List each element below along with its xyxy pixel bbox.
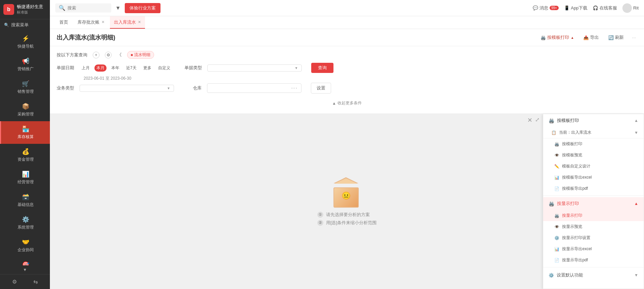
empty-state: 😐 ① 请先选择要分析的方案 ② 用[选]条件来缩小分析范围 [317, 177, 377, 226]
tip2-text: 用[选]条件来缩小分析范围 [326, 220, 377, 226]
current-label: 当前：出入库流水 [559, 130, 591, 135]
app-download-label: App下载 [571, 5, 587, 11]
date-shortcut-more[interactable]: 更多 [141, 64, 153, 72]
template-print-btn[interactable]: 🖨️ 按模板打印 ▲ [538, 33, 577, 42]
doc-type-input[interactable]: ▼ [207, 64, 302, 72]
empty-tip-2: ② 用[选]条件来缩小分析范围 [317, 220, 377, 226]
date-shortcut-this-month[interactable]: 本月 [94, 64, 107, 72]
template-excel-item[interactable]: 📊 按模板导出excel [543, 172, 644, 183]
settings-gear-icon[interactable]: ▼ [115, 5, 121, 11]
industry-btn[interactable]: 体验行业方案 [125, 3, 160, 13]
sidebar: b 畅捷通好生意 标准版 🔍 搜索菜单 ⚡ 快捷导航 📢 营销推广 🛒 销售管理… [0, 0, 50, 289]
download-icon: 📱 [564, 5, 569, 10]
inventory-icon: 🏪 [22, 125, 29, 133]
refresh-btn[interactable]: 🔄 刷新 [606, 33, 626, 42]
operation-icon: 📊 [22, 170, 29, 178]
tab-current[interactable]: 出入库流水 ✕ [110, 16, 145, 29]
template-print-section-header[interactable]: 🖨️ 按模板打印 ▲ [543, 114, 644, 127]
template-pdf-item-label: 按模板导出pdf [562, 186, 588, 191]
tab-home[interactable]: 首页 [55, 16, 72, 29]
pdf-icon-1: 📄 [554, 186, 559, 191]
logo-icon: b [3, 4, 14, 15]
sidebar-item-inventory[interactable]: 🏪 库存核算 [0, 121, 50, 144]
template-preview-item[interactable]: 👁️ 按模板预览 [543, 150, 644, 161]
export-btn[interactable]: 📤 导出 [581, 33, 602, 42]
sidebar-item-purchase[interactable]: 📦 采购管理 [0, 99, 50, 121]
settings-btn[interactable]: 设置 [311, 83, 331, 94]
display-print-settings-label: 按显示打印设置 [562, 235, 590, 241]
display-preview-item[interactable]: 👁️ 按显示预览 [543, 221, 644, 232]
online-service-label: 在线客服 [599, 5, 617, 11]
sidebar-item-guide[interactable]: 🎯 新手引导 [0, 257, 50, 265]
filter-row-date: 单据日期 上月 本月 本年 近7天 更多 自定义 单据类型 ▼ 查询 [57, 63, 637, 73]
page-header: 出入库流水(流水明细) 🖨️ 按模板打印 ▲ 📤 导出 🔄 刷新 ··· [50, 29, 644, 46]
panel-expand-icon[interactable]: ⤢ [535, 116, 539, 124]
filter-row-biz: 业务类型 ▼ 仓库 ··· 设置 [57, 83, 637, 94]
display-excel-item[interactable]: 📊 按显示导出excel [543, 243, 644, 255]
app-download-group[interactable]: 📱 App下载 [564, 5, 587, 11]
display-print-settings-item[interactable]: ⚙️ 按显示打印设置 [543, 232, 644, 243]
sidebar-search[interactable]: 🔍 搜索菜单 [0, 19, 50, 31]
settings-icon[interactable]: ⚙ [12, 279, 17, 285]
template-print-item[interactable]: 🖨️ 按模板打印 [543, 138, 644, 150]
sidebar-item-label: 营销推广 [18, 66, 34, 72]
current-chevron-icon: ▼ [634, 130, 638, 135]
message-group[interactable]: 💬 消息 99+ [533, 5, 559, 11]
system-icon: ⚙️ [22, 216, 29, 223]
sidebar-item-marketing[interactable]: 📢 营销推广 [0, 53, 50, 76]
online-service-group[interactable]: 🎧 在线客服 [593, 5, 617, 11]
display-print-section-header[interactable]: 🖨️ 按显示打印 ▲ [543, 197, 644, 210]
date-shortcut-this-year[interactable]: 本年 [109, 64, 121, 72]
sidebar-item-label: 资金管理 [18, 157, 34, 162]
user-group[interactable]: Rit [622, 3, 639, 13]
empty-illustration: 😐 [330, 177, 364, 208]
display-pdf-item[interactable]: 📄 按显示导出pdf [543, 255, 644, 266]
tab-inventory-batch[interactable]: 库存批次账 ✕ [74, 16, 109, 29]
toggle-icon[interactable]: ⇆ [33, 279, 38, 285]
sidebar-item-operation[interactable]: 📊 经营管理 [0, 166, 50, 189]
message-badge: 99+ [550, 6, 559, 10]
display-excel-item-label: 按显示导出excel [562, 246, 592, 252]
template-pdf-item[interactable]: 📄 按模板导出pdf [543, 183, 644, 194]
print-icon-1: 🖨️ [554, 142, 559, 147]
dropdown-panel: 🖨️ 按模板打印 ▲ 📋 当前：出入库流水 ▼ 🖨️ 按模板打印 [543, 114, 644, 289]
sidebar-item-system[interactable]: ⚙️ 系统管理 [0, 212, 50, 234]
warehouse-more-icon[interactable]: ··· [291, 85, 298, 91]
search-input[interactable] [67, 5, 108, 10]
date-shortcut-custom[interactable]: 自定义 [156, 64, 172, 72]
tab-inventory-batch-label: 库存批次账 [78, 19, 99, 25]
filter-collapse-btn[interactable]: 《 [117, 52, 122, 58]
settings-icon-dropdown: ⚙️ [554, 236, 559, 240]
tab-current-close[interactable]: ✕ [138, 20, 141, 24]
sidebar-item-enterprise[interactable]: 🤝 企业协同 [0, 234, 50, 257]
sidebar-item-basic[interactable]: 🗃️ 基础信息 [0, 189, 50, 212]
filter-settings-btn[interactable]: ⚙ [105, 52, 112, 58]
top-search-box[interactable]: 🔍 [55, 3, 111, 12]
biz-type-input[interactable]: ▼ [80, 85, 174, 92]
query-btn[interactable]: 查询 [311, 63, 333, 73]
sidebar-item-label: 经营管理 [18, 179, 34, 185]
sidebar-item-finance[interactable]: 💰 资金管理 [0, 144, 50, 166]
date-shortcut-7days[interactable]: 近7天 [124, 64, 139, 72]
sidebar-item-quick-nav[interactable]: ⚡ 快捷导航 [0, 31, 50, 53]
purchase-icon: 📦 [22, 103, 29, 110]
collapse-bar[interactable]: ▲ 收起更多条件 [57, 98, 637, 109]
panel-close-icon[interactable]: ✕ [527, 116, 532, 124]
sidebar-item-sales[interactable]: 🛒 销售管理 [0, 76, 50, 99]
filter-tag[interactable]: 流水明细 [127, 51, 154, 59]
display-print-item[interactable]: 🖨️ 按显示打印 [543, 210, 644, 221]
sidebar-scroll-down[interactable]: ▼ [0, 265, 50, 274]
warehouse-input[interactable]: ··· [207, 83, 301, 93]
content-area: 😐 ① 请先选择要分析的方案 ② 用[选]条件来缩小分析范围 [50, 114, 644, 289]
date-shortcut-prev-month[interactable]: 上月 [80, 64, 92, 72]
filter-add-btn[interactable]: + [93, 52, 99, 58]
template-design-item[interactable]: ✏️ 模板自定义设计 [543, 161, 644, 172]
default-func-label: 设置默认功能 [557, 272, 583, 278]
more-options-btn[interactable]: ··· [631, 35, 637, 40]
message-label: 消息 [539, 5, 548, 11]
finance-icon: 💰 [22, 148, 29, 155]
current-sub-header[interactable]: 📋 当前：出入库流水 ▼ [543, 127, 644, 138]
filter-area: 按以下方案查询 + ⚙ 《 流水明细 单据日期 上月 本月 本年 近7天 更多 [50, 46, 644, 114]
tab-inventory-batch-close[interactable]: ✕ [101, 20, 105, 24]
default-func-section[interactable]: ⚙️ 设置默认功能 ▼ [543, 269, 644, 282]
